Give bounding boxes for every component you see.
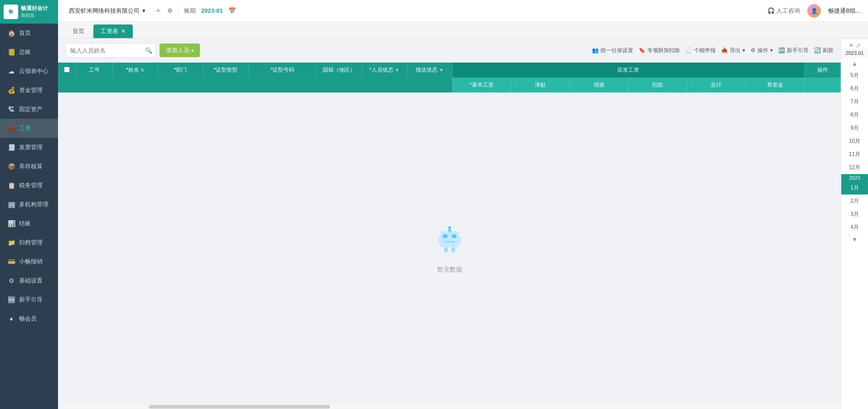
month-7[interactable]: 7月 — [841, 95, 868, 108]
sidebar-item-guide[interactable]: 🆕 新手引导 — [0, 290, 58, 309]
month-3[interactable]: 3月 — [841, 208, 868, 221]
th-base-salary: *基本工资 — [452, 78, 511, 93]
search-wrap: 🔍 — [65, 43, 156, 58]
panel-close-icon[interactable]: ✕ — [849, 42, 854, 49]
svg-rect-7 — [458, 236, 461, 244]
sidebar-item-cloud-report[interactable]: ☁ 云报表中心 — [0, 62, 58, 81]
add-company-icon[interactable]: ＋ — [155, 6, 162, 15]
month-8[interactable]: 8月 — [841, 108, 868, 122]
sidebar-item-expense[interactable]: 💳 小畅报销 — [0, 252, 58, 271]
refresh-btn[interactable]: 🔄 刷新 — [814, 47, 834, 54]
export-btn[interactable]: 📤 导出 ▾ — [721, 47, 745, 54]
month-6[interactable]: 6月 — [841, 82, 868, 95]
sidebar-item-home[interactable]: 🏠 首页 — [0, 24, 58, 43]
add-person-label: 添加人员 — [166, 46, 189, 54]
user-name[interactable]: 畅捷通B组... — [828, 7, 861, 15]
th-name[interactable]: *姓名 ⇅ — [112, 63, 158, 78]
sidebar-item-archive[interactable]: 📁 归档管理 — [0, 233, 58, 252]
logo-icon: 畅 — [4, 5, 18, 19]
export-label: 导出 — [730, 47, 741, 54]
ledger-icon: 📒 — [7, 49, 15, 56]
sidebar-item-settings[interactable]: ⚙ 基础设置 — [0, 271, 58, 290]
month-2[interactable]: 2月 — [841, 195, 868, 208]
sidebar-item-label: 库存核算 — [19, 162, 43, 170]
month-10[interactable]: 10月 — [841, 135, 868, 148]
service-btn[interactable]: 🎧 人工咨询 — [767, 7, 800, 15]
company-selector[interactable]: 西安虾米网络科技有限公司 ▾ — [65, 5, 149, 17]
guide-label: 新手引导 — [787, 47, 809, 54]
personal-tax-icon: 🧾 — [685, 47, 692, 54]
sidebar-item-invoice[interactable]: 🧾 发票管理 — [0, 138, 58, 157]
content-with-panel: 🔍 添加人员 ▾ 👥 统一社保设置 🔖 专项附加扣除 — [58, 39, 868, 409]
main-content: 🔍 添加人员 ▾ 👥 统一社保设置 🔖 专项附加扣除 — [58, 39, 841, 409]
personal-tax-label: 个税申报 — [694, 47, 716, 54]
tax-icon: 📋 — [7, 182, 15, 189]
sidebar-item-fixed-assets[interactable]: 🏗 固定资产 — [0, 100, 58, 119]
personal-tax-btn[interactable]: 🧾 个税申报 — [685, 47, 716, 54]
header-right: 🎧 人工咨询 👤 畅捷通B组... — [767, 4, 861, 18]
period-label: 账期 — [184, 7, 196, 15]
month-12[interactable]: 12月 — [841, 161, 868, 174]
operations-label: 操作 — [757, 47, 768, 54]
sidebar-item-close[interactable]: 📊 结账 — [0, 214, 58, 233]
empty-state: 暂无数据 — [58, 93, 841, 404]
social-security-btn[interactable]: 👥 统一社保设置 — [592, 47, 633, 54]
multi-org-icon: 🏢 — [7, 201, 15, 208]
guide-btn[interactable]: 🆕 新手引导 — [778, 47, 809, 54]
scrollbar-thumb[interactable] — [149, 405, 330, 409]
sidebar-item-member[interactable]: ♦ 畅会员 — [0, 309, 58, 328]
operations-btn[interactable]: ⚙ 操作 ▾ — [751, 47, 773, 54]
scroll-up-btn[interactable]: ▲ — [841, 58, 868, 69]
invoice-icon: 🧾 — [7, 144, 15, 151]
th-salary-group: 应发工资 — [452, 63, 805, 78]
svg-rect-9 — [451, 247, 455, 253]
tab-home[interactable]: 首页 — [65, 24, 92, 38]
tab-close-icon[interactable]: ✕ — [121, 28, 126, 34]
month-1-active[interactable]: 1月 — [841, 181, 868, 195]
th-person-status[interactable]: *人员状态 ▼ — [362, 63, 407, 78]
th-deduct: 扣款 — [628, 78, 687, 93]
panel-year-label: 2023.01 — [841, 49, 868, 58]
refresh-icon: 🔄 — [814, 47, 821, 54]
month-9[interactable]: 9月 — [841, 122, 868, 135]
sidebar-item-fund[interactable]: 💰 资金管理 — [0, 81, 58, 100]
calendar-icon[interactable]: 📅 — [228, 7, 236, 14]
svg-rect-0 — [441, 231, 459, 247]
th-checkbox[interactable] — [58, 63, 76, 78]
th-name-label: *姓名 — [126, 67, 139, 73]
member-icon: ♦ — [7, 315, 15, 322]
tab-salary-table[interactable]: 工资表 ✕ — [93, 24, 133, 38]
dropdown-arrow-icon: ▾ — [142, 7, 145, 14]
period-value[interactable]: 2023-01 — [201, 7, 223, 14]
select-all-checkbox[interactable] — [64, 67, 70, 73]
search-input[interactable] — [65, 43, 156, 58]
sidebar-item-label: 首页 — [19, 29, 31, 37]
sidebar-item-salary[interactable]: 💼 工资 — [0, 119, 58, 138]
sidebar-item-inventory[interactable]: 📦 库存核算 — [0, 157, 58, 176]
special-deduct-btn[interactable]: 🔖 专项附加扣除 — [639, 47, 680, 54]
month-4[interactable]: 4月 — [841, 221, 868, 234]
sidebar-item-label: 多机构管理 — [19, 200, 48, 209]
scrollbar-area[interactable] — [58, 404, 841, 409]
refresh-label: 刷新 — [823, 47, 834, 54]
month-5[interactable]: 5月 — [841, 69, 868, 82]
th-total: 合计 — [687, 78, 746, 93]
operations-icon: ⚙ — [751, 47, 756, 54]
th-report-status[interactable]: 报送状态 ▼ — [407, 63, 452, 78]
settings-gear-icon[interactable]: ⚙ — [167, 7, 173, 14]
sidebar-item-tax[interactable]: 📋 税务管理 — [0, 176, 58, 195]
operations-arrow-icon: ▾ — [770, 47, 773, 54]
sidebar-item-label: 小畅报销 — [19, 258, 43, 266]
sidebar-item-ledger[interactable]: 📒 总账 — [0, 43, 58, 62]
th-cert-type: *证型类型 — [203, 63, 248, 78]
scroll-down-btn[interactable]: ▼ — [841, 234, 868, 245]
sidebar-logo: 畅 畅通好会计 旗舰版 — [0, 0, 58, 24]
panel-expand-icon[interactable]: ⤢ — [856, 42, 861, 49]
sidebar-item-multi-org[interactable]: 🏢 多机构管理 — [0, 195, 58, 214]
svg-rect-4 — [448, 229, 451, 232]
month-11[interactable]: 11月 — [841, 148, 868, 161]
close-period-icon: 📊 — [7, 220, 15, 227]
add-person-button[interactable]: 添加人员 ▾ — [160, 44, 200, 57]
right-month-panel: ✕ ⤢ 2023.01 ▲ 5月 6月 7月 8月 9月 10月 11月 12月… — [841, 39, 868, 409]
search-icon[interactable]: 🔍 — [145, 47, 152, 54]
